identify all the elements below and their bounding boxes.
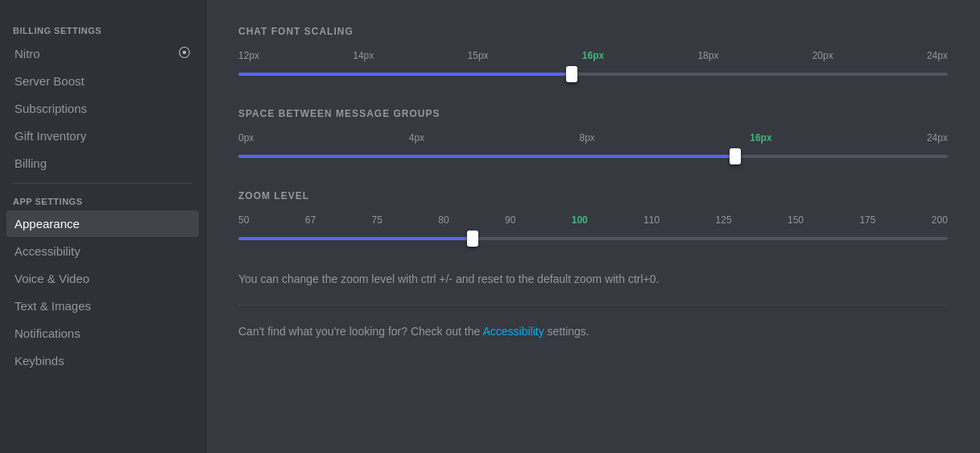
sidebar-item-label: Billing: [14, 156, 47, 170]
space-between-groups-labels: 0px 4px 8px 16px 24px: [238, 132, 948, 143]
section-divider: [238, 305, 948, 305]
sidebar-item-label: Accessibility: [14, 244, 81, 258]
label-110: 110: [643, 214, 660, 226]
label-8px: 8px: [579, 132, 594, 143]
zoom-info-text: You can change the zoom level with ctrl …: [238, 272, 948, 285]
slider-thumb[interactable]: [566, 66, 577, 82]
space-between-groups-slider[interactable]: [238, 148, 948, 164]
app-settings-label: APP SETTINGS: [6, 190, 199, 210]
label-16px-active: 16px: [750, 132, 771, 143]
label-24px: 24px: [927, 132, 948, 143]
sidebar-item-nitro[interactable]: Nitro ⦿: [6, 39, 199, 67]
label-16px-active: 16px: [582, 50, 604, 61]
slider-thumb[interactable]: [467, 231, 478, 247]
zoom-level-section: ZOOM LEVEL 50 67 75 80 90 100 110 125 15…: [238, 190, 948, 247]
sidebar-item-label: Gift Inventory: [14, 129, 86, 143]
label-100-active: 100: [572, 214, 588, 226]
label-12px: 12px: [238, 50, 259, 61]
sidebar-item-label: Text & Images: [14, 299, 91, 313]
nitro-icon: ⦿: [178, 46, 191, 60]
sidebar-item-billing[interactable]: Billing: [6, 150, 199, 177]
label-175: 175: [859, 214, 875, 226]
label-80: 80: [438, 214, 449, 226]
label-24px: 24px: [927, 50, 948, 61]
label-14px: 14px: [353, 50, 374, 61]
label-50: 50: [238, 214, 249, 226]
sidebar-item-subscriptions[interactable]: Subscriptions: [6, 95, 199, 122]
space-between-groups-title: SPACE BETWEEN MESSAGE GROUPS: [238, 108, 948, 119]
chat-font-scaling-slider[interactable]: [238, 66, 948, 82]
sidebar: BILLING SETTINGS Nitro ⦿ Server Boost Su…: [0, 0, 206, 453]
sidebar-item-label: Subscriptions: [14, 102, 87, 115]
slider-track: [238, 237, 948, 240]
sidebar-item-label: Notifications: [14, 326, 81, 340]
sidebar-divider: [13, 183, 192, 184]
label-75: 75: [372, 214, 382, 226]
label-150: 150: [788, 214, 804, 226]
zoom-level-slider[interactable]: [238, 231, 948, 247]
chat-font-scaling-labels: 12px 14px 15px 16px 18px 20px 24px: [238, 50, 948, 61]
space-between-groups-section: SPACE BETWEEN MESSAGE GROUPS 0px 4px 8px…: [238, 108, 948, 164]
sidebar-item-voice-video[interactable]: Voice & Video: [6, 265, 199, 292]
slider-fill: [238, 73, 572, 76]
sidebar-item-appearance[interactable]: Appearance: [6, 210, 199, 237]
accessibility-link[interactable]: Accessibility: [482, 325, 544, 338]
billing-settings-label: BILLING SETTINGS: [6, 19, 199, 39]
label-67: 67: [305, 214, 316, 226]
sidebar-item-label: Nitro: [14, 47, 40, 60]
sidebar-item-label: Server Boost: [14, 74, 85, 88]
cant-find-suffix: settings.: [544, 325, 589, 338]
zoom-level-labels: 50 67 75 80 90 100 110 125 150 175 200: [238, 214, 948, 226]
slider-thumb[interactable]: [730, 148, 741, 164]
chat-font-scaling-section: CHAT FONT SCALING 12px 14px 15px 16px 18…: [238, 26, 948, 82]
slider-fill: [238, 237, 473, 240]
label-125: 125: [716, 214, 732, 226]
cant-find-prefix: Can't find what you're looking for? Chec…: [238, 325, 482, 338]
label-200: 200: [932, 214, 948, 226]
label-18px: 18px: [697, 50, 718, 61]
cant-find-text: Can't find what you're looking for? Chec…: [238, 325, 948, 338]
sidebar-item-server-boost[interactable]: Server Boost: [6, 68, 199, 94]
slider-track: [238, 155, 948, 158]
sidebar-item-label: Voice & Video: [14, 272, 89, 285]
label-90: 90: [505, 214, 515, 226]
sidebar-item-notifications[interactable]: Notifications: [6, 320, 199, 347]
slider-track: [238, 73, 948, 76]
sidebar-item-accessibility[interactable]: Accessibility: [6, 238, 199, 264]
label-20px: 20px: [813, 50, 833, 61]
main-content: CHAT FONT SCALING 12px 14px 15px 16px 18…: [206, 0, 980, 453]
slider-fill: [238, 155, 735, 158]
sidebar-item-label: Keybinds: [14, 354, 64, 368]
label-0px: 0px: [238, 132, 254, 143]
label-15px: 15px: [468, 50, 489, 61]
label-4px: 4px: [409, 132, 424, 143]
sidebar-item-text-images[interactable]: Text & Images: [6, 293, 199, 319]
sidebar-item-label: Appearance: [14, 217, 80, 231]
chat-font-scaling-title: CHAT FONT SCALING: [238, 26, 948, 37]
zoom-level-title: ZOOM LEVEL: [238, 190, 948, 202]
sidebar-item-gift-inventory[interactable]: Gift Inventory: [6, 123, 199, 149]
sidebar-item-keybinds[interactable]: Keybinds: [6, 347, 199, 374]
